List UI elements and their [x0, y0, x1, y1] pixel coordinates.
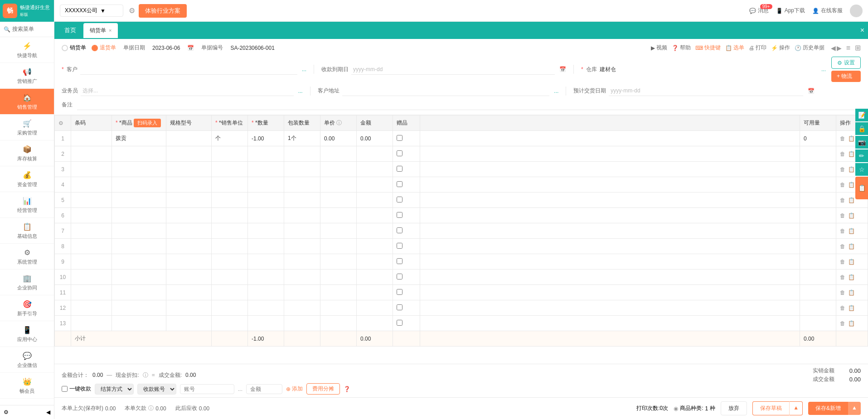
customer-input[interactable]	[80, 64, 297, 75]
warehouse-dots[interactable]: ...	[821, 66, 826, 72]
customer-dots[interactable]: ...	[302, 66, 306, 72]
action-video[interactable]: ▶ 视频	[651, 44, 667, 52]
search-menu[interactable]: 🔍 搜索菜单	[0, 22, 54, 37]
copy-icon[interactable]: 📋	[848, 182, 855, 188]
discount-info-icon[interactable]: ⓘ	[143, 371, 148, 379]
delete-icon[interactable]: 🗑	[840, 259, 845, 265]
customer-address-dots[interactable]: ...	[554, 88, 558, 94]
settings-button[interactable]: ⚙ 设置	[831, 57, 861, 69]
price-info-icon[interactable]: ⓘ	[336, 120, 342, 126]
account-dots[interactable]: ...	[238, 386, 242, 392]
add-button[interactable]: ⊕ 添加	[286, 385, 303, 393]
delete-icon[interactable]: 🗑	[840, 289, 845, 296]
header-gear-icon[interactable]: ⚙	[129, 6, 135, 15]
copy-icon[interactable]: 📋	[848, 259, 855, 265]
action-history[interactable]: 🕐 历史单据	[795, 44, 824, 52]
product-type-radio-icon[interactable]: ◉	[674, 405, 678, 412]
delete-icon[interactable]: 🗑	[840, 274, 845, 280]
action-help[interactable]: ❓ 帮助	[672, 44, 691, 52]
sidebar-item-purchase[interactable]: 🛒 采购管理	[0, 115, 54, 140]
sidebar-item-guide[interactable]: 🎯 新手引导	[0, 295, 54, 321]
row-price[interactable]: 0.00	[320, 131, 357, 146]
account-number-input[interactable]	[180, 384, 234, 394]
action-select[interactable]: 📋 选单	[725, 44, 744, 52]
tab-current[interactable]: 销货单 ×	[83, 23, 118, 38]
row-spec[interactable]	[166, 131, 212, 146]
delivery-date-input[interactable]	[609, 86, 803, 96]
row-pkgqty[interactable]: 1个	[284, 131, 320, 146]
tab-close-icon[interactable]: ×	[109, 28, 112, 33]
sidebar-item-sales[interactable]: 🏠 销售管理	[0, 89, 54, 115]
note-input[interactable]	[77, 100, 861, 110]
delete-icon[interactable]: 🗑	[840, 151, 845, 157]
float-star-button[interactable]: ☆	[855, 163, 868, 176]
user-avatar[interactable]	[850, 5, 863, 17]
float-lock-button[interactable]: 🔒	[855, 122, 868, 135]
one-click-payment-check[interactable]	[62, 386, 68, 392]
sidebar-item-enterprise[interactable]: 🏢 企业协同	[0, 270, 54, 295]
sidebar-item-marketing[interactable]: 📢 营销推广	[0, 63, 54, 89]
due-date-calendar-icon[interactable]: 📅	[559, 66, 566, 72]
copy-icon[interactable]: 📋	[848, 197, 855, 203]
delete-icon[interactable]: 🗑	[840, 305, 845, 311]
collapse-icon[interactable]: ◀	[46, 409, 50, 415]
app-download-action[interactable]: 📱 App下载	[776, 7, 805, 14]
radio-return[interactable]: 退货单	[92, 44, 116, 52]
copy-icon[interactable]: 📋	[848, 212, 855, 219]
one-click-payment-checkbox[interactable]: 一键收款	[62, 385, 91, 393]
copy-icon[interactable]: 📋	[848, 305, 855, 311]
row-qty[interactable]: -1.00	[248, 131, 284, 146]
company-selector[interactable]: XXXXXX公司 ▼	[60, 5, 123, 17]
due-date-input[interactable]	[351, 64, 555, 75]
sidebar-item-basic[interactable]: 📋 基础信息	[0, 218, 54, 244]
settlement-select[interactable]: 结算方式	[95, 384, 134, 395]
action-shortcut[interactable]: ⌨ 快捷键	[695, 44, 721, 52]
salesperson-input[interactable]	[81, 86, 294, 96]
copy-icon[interactable]: 📋	[848, 320, 855, 327]
delete-icon[interactable]: 🗑	[840, 243, 845, 250]
nav-prev-icon[interactable]: ◀	[831, 44, 836, 52]
abandon-button[interactable]: 放弃	[721, 401, 747, 415]
copy-icon[interactable]: 📋	[848, 151, 855, 157]
sidebar-item-appstore[interactable]: 📱 应用中心	[0, 321, 54, 347]
list-view-icon[interactable]: ≡	[846, 44, 850, 52]
save-new-arrow[interactable]: ▲	[848, 402, 861, 415]
debt-info-icon[interactable]: ⓘ	[148, 405, 154, 412]
delete-icon[interactable]: 🗑	[840, 182, 845, 188]
save-draft-arrow[interactable]: ▲	[789, 401, 803, 415]
delivery-calendar-icon[interactable]: 📅	[808, 88, 815, 94]
copy-icon[interactable]: 📋	[848, 289, 855, 296]
row-gift[interactable]	[393, 131, 420, 146]
salesperson-dots[interactable]: ...	[298, 88, 303, 94]
float-camera-button[interactable]: 📷	[855, 136, 868, 149]
tab-home[interactable]: 首页	[58, 23, 82, 38]
row-unit[interactable]: 个	[212, 131, 248, 146]
row-gift-checkbox[interactable]	[397, 135, 402, 141]
customer-address-input[interactable]	[342, 86, 550, 96]
amount-input[interactable]	[246, 384, 282, 394]
sidebar-item-quick-nav[interactable]: ⚡ 快捷导航	[0, 37, 54, 63]
save-new-button[interactable]: 保存&新增	[808, 402, 848, 415]
copy-icon[interactable]: 📋	[848, 135, 855, 142]
row-barcode[interactable]	[71, 131, 112, 146]
sidebar-item-system[interactable]: ⚙ 系统管理	[0, 244, 54, 270]
float-action-button[interactable]: 📋	[855, 177, 868, 199]
copy-icon[interactable]: 📋	[848, 228, 855, 234]
sidebar-item-inventory[interactable]: 📦 库存核算	[0, 140, 54, 166]
tab-close-main-icon[interactable]: ×	[860, 26, 864, 34]
fee-split-button[interactable]: 费用分摊	[306, 383, 340, 395]
logistics-button[interactable]: + 物流	[831, 71, 861, 82]
trial-button[interactable]: 体验行业方案	[139, 4, 187, 18]
table-settings-icon[interactable]: ⚙	[58, 120, 63, 126]
delete-icon[interactable]: 🗑	[840, 228, 845, 234]
save-draft-button[interactable]: 保存草稿	[752, 401, 789, 415]
row-amount[interactable]: 0.00	[357, 131, 393, 146]
settings-gear-icon[interactable]: ⚙	[4, 409, 9, 415]
online-service-action[interactable]: 👤 在线客服	[812, 7, 843, 14]
delete-icon[interactable]: 🗑	[840, 197, 845, 203]
copy-icon[interactable]: 📋	[848, 243, 855, 250]
action-print[interactable]: 🖨 打印	[749, 44, 766, 52]
delete-icon[interactable]: 🗑	[840, 212, 845, 219]
account-select[interactable]: 收款账号	[137, 384, 176, 395]
sidebar-item-finance[interactable]: 💰 资金管理	[0, 166, 54, 192]
